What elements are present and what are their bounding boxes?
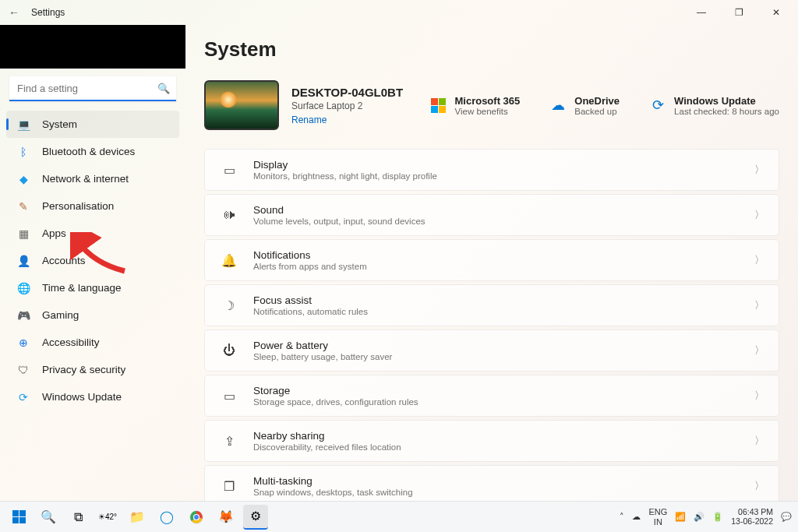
clock[interactable]: 06:43 PM13-06-2022 <box>731 508 773 526</box>
card-subtitle: Monitors, brightness, night light, displ… <box>253 171 437 181</box>
wifi-icon[interactable]: 📶 <box>675 512 686 522</box>
promo-subtitle: View benefits <box>454 107 520 116</box>
card-subtitle: Alerts from apps and system <box>253 262 367 271</box>
taskbar-search-icon[interactable]: 🔍 <box>36 505 61 530</box>
close-button[interactable]: ✕ <box>761 2 792 23</box>
sidebar-item-system[interactable]: 💻System <box>6 111 179 138</box>
card-icon: 🔔 <box>219 253 239 268</box>
settings-card-nearby-sharing[interactable]: ⇪Nearby sharingDiscoverability, received… <box>204 420 779 462</box>
minimize-button[interactable]: ― <box>686 2 717 23</box>
back-button[interactable]: ← <box>6 6 22 19</box>
sidebar-item-time-language[interactable]: 🌐Time & language <box>6 274 179 301</box>
weather-widget[interactable]: ☀42° <box>95 505 120 530</box>
chevron-right-icon: 〉 <box>754 479 764 493</box>
nav-icon: ◆ <box>16 171 31 187</box>
device-name: DESKTOP-04GL0BT <box>291 86 403 99</box>
sidebar-item-gaming[interactable]: 🎮Gaming <box>6 301 179 329</box>
battery-icon[interactable]: 🔋 <box>712 512 723 522</box>
sidebar: 🔍 💻SystemᛒBluetooth & devices◆Network & … <box>0 25 185 508</box>
sidebar-item-label: Accounts <box>42 255 86 266</box>
sidebar-item-label: Gaming <box>42 309 79 321</box>
sidebar-item-label: Windows Update <box>42 391 122 403</box>
settings-taskbar-icon[interactable]: ⚙ <box>243 505 268 530</box>
sidebar-item-privacy-security[interactable]: 🛡Privacy & security <box>6 356 179 383</box>
card-title: Multi-tasking <box>253 475 413 487</box>
search-icon: 🔍 <box>157 83 170 94</box>
promo-subtitle: Last checked: 8 hours ago <box>674 107 779 116</box>
card-title: Focus assist <box>253 294 368 306</box>
promo-windows-update[interactable]: ⟳Windows UpdateLast checked: 8 hours ago <box>649 95 779 116</box>
settings-card-notifications[interactable]: 🔔NotificationsAlerts from apps and syste… <box>204 239 779 281</box>
nav-icon: 🎮 <box>16 308 31 323</box>
titlebar: ← Settings ― ❐ ✕ <box>0 0 798 25</box>
promo-microsoft-[interactable]: Microsoft 365View benefits <box>429 95 520 116</box>
task-view-icon[interactable]: ⧉ <box>65 505 90 530</box>
tray-chevron-icon[interactable]: ˄ <box>620 512 624 522</box>
promo-icon: ☁ <box>549 97 567 114</box>
volume-icon[interactable]: 🔊 <box>694 512 704 522</box>
card-icon: ⏻ <box>219 344 239 358</box>
chevron-right-icon: 〉 <box>754 208 764 222</box>
rename-link[interactable]: Rename <box>291 115 403 125</box>
main-content: System DESKTOP-04GL0BT Surface Laptop 2 … <box>185 25 798 508</box>
notifications-tray-icon[interactable]: 💬 <box>781 512 792 522</box>
settings-card-sound[interactable]: 🕪SoundVolume levels, output, input, soun… <box>204 194 779 236</box>
device-model: Surface Laptop 2 <box>291 100 403 111</box>
user-block[interactable] <box>0 25 185 69</box>
card-icon: 🕪 <box>219 208 239 222</box>
sidebar-item-bluetooth-devices[interactable]: ᛒBluetooth & devices <box>6 138 179 165</box>
card-title: Nearby sharing <box>253 430 401 442</box>
start-button[interactable] <box>6 505 31 530</box>
sidebar-item-personalisation[interactable]: ✎Personalisation <box>6 192 179 220</box>
promo-onedrive[interactable]: ☁OneDriveBacked up <box>549 95 620 116</box>
promo-title: Windows Update <box>674 95 779 107</box>
settings-card-focus-assist[interactable]: ☽Focus assistNotifications, automatic ru… <box>204 284 779 326</box>
device-header: DESKTOP-04GL0BT Surface Laptop 2 Rename … <box>204 80 779 130</box>
nav-icon: 👤 <box>16 253 31 269</box>
card-icon: ▭ <box>219 389 239 403</box>
settings-card-display[interactable]: ▭DisplayMonitors, brightness, night ligh… <box>204 149 779 191</box>
sidebar-item-label: System <box>42 118 77 130</box>
sidebar-item-label: Accessibility <box>42 336 100 348</box>
settings-card-storage[interactable]: ▭StorageStorage space, drives, configura… <box>204 375 779 417</box>
search-input[interactable] <box>9 76 176 101</box>
card-subtitle: Snap windows, desktops, task switching <box>253 488 413 497</box>
nav-icon: ⊕ <box>16 335 31 351</box>
edge-icon[interactable]: ◯ <box>154 505 179 530</box>
nav-icon: 💻 <box>16 117 31 132</box>
settings-card-power-battery[interactable]: ⏻Power & batterySleep, battery usage, ba… <box>204 329 779 372</box>
maximize-button[interactable]: ❐ <box>723 2 754 23</box>
card-title: Storage <box>253 385 418 396</box>
sidebar-item-accounts[interactable]: 👤Accounts <box>6 247 179 274</box>
card-subtitle: Volume levels, output, input, sound devi… <box>253 217 425 226</box>
language-indicator[interactable]: ENGIN <box>648 507 667 526</box>
device-thumbnail[interactable] <box>204 80 279 130</box>
file-explorer-icon[interactable]: 📁 <box>125 505 150 530</box>
sidebar-item-label: Apps <box>42 227 66 239</box>
chevron-right-icon: 〉 <box>754 253 764 267</box>
promo-subtitle: Backed up <box>574 107 620 116</box>
card-title: Notifications <box>253 249 367 261</box>
sidebar-item-label: Network & internet <box>42 173 129 185</box>
sidebar-item-accessibility[interactable]: ⊕Accessibility <box>6 329 179 356</box>
nav-icon: ✎ <box>16 199 31 214</box>
card-icon: ⇪ <box>219 434 239 449</box>
card-subtitle: Notifications, automatic rules <box>253 307 368 316</box>
taskbar: 🔍 ⧉ ☀42° 📁 ◯ 🦊 ⚙ ˄ ☁ ENGIN 📶 🔊 🔋 06:43 P… <box>0 501 798 532</box>
nav-icon: ᛒ <box>16 144 31 160</box>
card-title: Power & battery <box>253 340 392 351</box>
nav-icon: 🌐 <box>16 280 31 296</box>
chevron-right-icon: 〉 <box>754 298 764 312</box>
sidebar-item-windows-update[interactable]: ⟳Windows Update <box>6 383 179 410</box>
card-subtitle: Discoverability, received files location <box>253 442 401 452</box>
nav-icon: 🛡 <box>16 362 31 378</box>
onedrive-tray-icon[interactable]: ☁ <box>632 512 641 522</box>
sidebar-item-label: Time & language <box>42 282 122 294</box>
firefox-icon[interactable]: 🦊 <box>214 505 238 530</box>
chevron-right-icon: 〉 <box>754 344 764 358</box>
chrome-icon[interactable] <box>184 505 209 530</box>
chevron-right-icon: 〉 <box>754 163 764 177</box>
sidebar-item-network-internet[interactable]: ◆Network & internet <box>6 165 179 192</box>
sidebar-item-apps[interactable]: ▦Apps <box>6 220 179 247</box>
sidebar-item-label: Privacy & security <box>42 364 125 375</box>
